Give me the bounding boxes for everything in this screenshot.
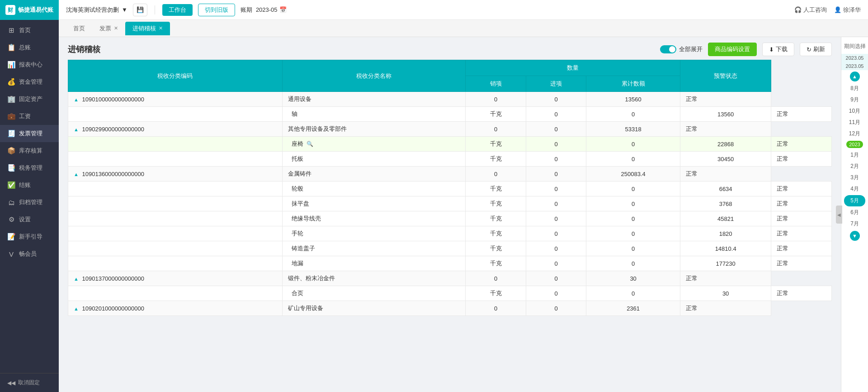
period-month-item[interactable]: 11月 xyxy=(841,117,868,128)
tab-invoice[interactable]: 发票 ✕ xyxy=(92,22,125,35)
row-unit: 千克 xyxy=(466,107,526,122)
collapse-icon[interactable]: ▲ xyxy=(74,276,79,282)
download-btn[interactable]: ⬇ 下载 xyxy=(762,43,794,56)
period-month-item[interactable]: 7月 xyxy=(841,218,868,229)
period-month-item[interactable]: 4月 xyxy=(841,183,868,195)
row-purchase: 0 xyxy=(586,286,680,301)
row-name: 地漏 xyxy=(282,256,466,271)
sidebar-item-home-label: 首页 xyxy=(19,26,31,34)
ledger-icon: 📋 xyxy=(7,43,15,52)
table-row: 座椅 🔍 千克 0 0 22868 正常 xyxy=(68,137,832,152)
period-month-item[interactable]: 10月 xyxy=(841,105,868,117)
row-name: 其他专用设备及零部件 xyxy=(282,122,466,137)
sidebar-item-guide[interactable]: 📝新手引导 xyxy=(0,228,59,245)
period-month-item[interactable]: 6月 xyxy=(841,207,868,218)
sidebar-item-member[interactable]: V畅会员 xyxy=(0,245,59,263)
th-code: 税收分类编码 xyxy=(68,60,283,92)
sidebar-item-settings[interactable]: ⚙设置 xyxy=(0,211,59,228)
collapse-icon[interactable]: ▲ xyxy=(74,97,79,102)
period-header-item[interactable]: 2023.05 xyxy=(841,54,868,62)
sidebar-item-ledger[interactable]: 📋总账 xyxy=(0,39,59,56)
table-row: 抹平盘 千克 0 0 3768 正常 xyxy=(68,196,832,211)
table-row: ▲ 1090137000000000000 锻件、粉末冶金件 0 0 30 正常 xyxy=(68,271,832,286)
product-code-btn[interactable]: 商品编码设置 xyxy=(708,43,757,56)
row-sale: 0 xyxy=(466,167,526,182)
row-status: 正常 xyxy=(680,301,771,316)
period-month-item[interactable]: 12月 xyxy=(841,128,868,139)
row-total: 1820 xyxy=(680,226,771,241)
workspace-button[interactable]: 工作台 xyxy=(162,4,193,16)
row-sale: 0 xyxy=(526,182,586,196)
row-unit: 千克 xyxy=(466,241,526,256)
row-status: 正常 xyxy=(771,107,832,122)
sidebar-item-settlement-label: 结账 xyxy=(19,181,31,189)
row-purchase: 0 xyxy=(586,256,680,271)
company-selector[interactable]: 沈海英测试经营勿删 ▼ xyxy=(66,6,127,14)
table-row: ▲ 1090100000000000000 通用设备 0 0 13560 正常 xyxy=(68,92,832,107)
save-icon-btn[interactable]: 💾 xyxy=(133,4,147,16)
sidebar-item-home[interactable]: ⊞首页 xyxy=(0,22,59,39)
row-total: 30 xyxy=(586,271,680,286)
tab-reconcile-close[interactable]: ✕ xyxy=(159,25,163,31)
company-dropdown-icon: ▼ xyxy=(122,6,127,13)
table-row: 地漏 千克 0 0 177230 正常 xyxy=(68,256,832,271)
search-icon[interactable]: 🔍 xyxy=(307,141,313,147)
row-sale: 0 xyxy=(466,271,526,286)
save-icon: 💾 xyxy=(137,6,144,13)
sidebar-item-archive[interactable]: 🗂归档管理 xyxy=(0,194,59,211)
period-month-item[interactable]: 8月 xyxy=(841,83,868,94)
content-area: 进销稽核 全部展开 商品编码设置 ⬇ 下载 ↻ 刷新 xyxy=(59,37,868,392)
row-status: 正常 xyxy=(771,256,832,271)
tab-reconcile[interactable]: 进销稽核 ✕ xyxy=(125,22,170,35)
table-row: ▲ 1090201000000000000 矿山专用设备 0 0 2361 正常 xyxy=(68,301,832,316)
row-name: 矿山专用设备 xyxy=(282,301,466,316)
tab-invoice-close[interactable]: ✕ xyxy=(114,25,118,31)
sidebar-item-payroll[interactable]: 💼工资 xyxy=(0,108,59,125)
refresh-icon: ↻ xyxy=(807,46,811,53)
period-header-item[interactable]: 2023.05 xyxy=(841,62,868,70)
row-code xyxy=(68,152,283,167)
expand-toggle[interactable] xyxy=(660,45,676,53)
row-sale: 0 xyxy=(466,301,526,316)
topbar-divider xyxy=(155,5,155,14)
collapse-icon[interactable]: ▲ xyxy=(74,172,79,177)
sidebar-item-payroll-label: 工资 xyxy=(19,112,31,120)
row-total: 3768 xyxy=(680,196,771,211)
sidebar-item-settlement[interactable]: ✅结账 xyxy=(0,177,59,194)
period-month-item[interactable]: 3月 xyxy=(841,172,868,183)
sidebar-item-reports[interactable]: 📊报表中心 xyxy=(0,56,59,73)
table-container: 税收分类编码 税收分类名称 数量 预警状态 销项 进项 累计数额 xyxy=(59,60,841,392)
row-code xyxy=(68,196,283,211)
side-panel-collapse[interactable]: ◀ xyxy=(836,206,842,224)
row-status: 正常 xyxy=(771,211,832,226)
sidebar-item-tax[interactable]: 📑税务管理 xyxy=(0,159,59,177)
sidebar-item-invoice[interactable]: 🧾发票管理 xyxy=(0,125,59,142)
collapse-icon[interactable]: ▲ xyxy=(74,127,79,132)
tab-home[interactable]: 首页 xyxy=(66,22,92,35)
collapse-icon[interactable]: ▲ xyxy=(74,306,79,311)
row-purchase: 0 xyxy=(586,211,680,226)
period-month-item[interactable]: 2月 xyxy=(841,161,868,172)
sidebar-item-invoice-label: 发票管理 xyxy=(19,129,42,138)
sidebar-item-funds[interactable]: 💰资金管理 xyxy=(0,73,59,91)
row-unit: 千克 xyxy=(466,226,526,241)
row-name: 轴 xyxy=(282,107,466,122)
page-title: 进销稽核 xyxy=(68,44,100,55)
period-month-item[interactable]: 9月 xyxy=(841,94,868,105)
period-scroll-down[interactable]: ▼ xyxy=(850,231,860,241)
period-scroll-up[interactable]: ▲ xyxy=(850,72,860,81)
sidebar-item-inventory[interactable]: 📦库存核算 xyxy=(0,142,59,159)
support-btn[interactable]: 🎧 人工咨询 xyxy=(794,6,827,14)
row-unit: 千克 xyxy=(466,137,526,152)
sidebar-unpin[interactable]: ◀◀ 取消固定 xyxy=(0,373,59,392)
period-month-item[interactable]: 1月 xyxy=(841,149,868,161)
period-selector[interactable]: 账期 2023-05 📅 xyxy=(241,6,287,14)
sidebar-item-tax-label: 税务管理 xyxy=(19,164,42,172)
refresh-btn[interactable]: ↻ 刷新 xyxy=(800,43,832,56)
download-label: 下载 xyxy=(776,45,788,53)
sidebar-item-assets[interactable]: 🏢固定资产 xyxy=(0,91,59,108)
switch-version-button[interactable]: 切到旧版 xyxy=(198,4,235,16)
expand-toggle-label: 全部展开 xyxy=(679,45,703,53)
period-month-item[interactable]: 5月 xyxy=(844,195,865,206)
user-menu[interactable]: 👤 徐泽华 xyxy=(834,6,861,14)
